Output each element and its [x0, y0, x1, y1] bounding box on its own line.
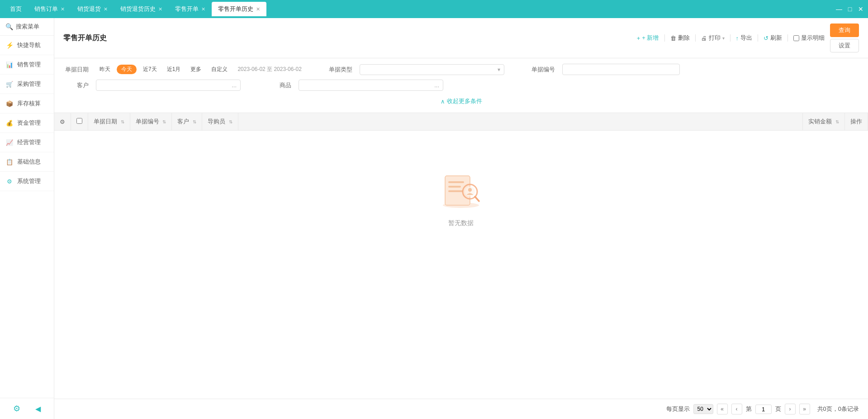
tab-sales-return[interactable]: 销货退货 ✕: [71, 2, 114, 16]
collapse-label: 收起更多条件: [447, 97, 482, 105]
tab-retail-open-history[interactable]: 零售开单历史 ✕: [212, 2, 266, 16]
ops-mgmt-icon: 📈: [5, 138, 14, 146]
sidebar-item-sales-mgmt[interactable]: 📊 销售管理: [0, 55, 54, 75]
sidebar-item-sys-mgmt[interactable]: ⚙ 系统管理: [0, 172, 54, 191]
select-all-checkbox[interactable]: [76, 118, 82, 124]
page-nav-last[interactable]: »: [799, 404, 810, 414]
sort-bill-date-icon: ⇅: [121, 119, 124, 124]
print-button[interactable]: 🖨 打印 ▾: [701, 34, 725, 42]
tab-sales-return-history[interactable]: 销货退货历史 ✕: [114, 2, 169, 16]
col-guide[interactable]: 导购员 ⇅: [202, 113, 238, 131]
page-unit: 页: [775, 405, 781, 413]
print-icon: 🖨: [701, 35, 707, 42]
divider5: [787, 34, 788, 42]
collapse-button[interactable]: ∧ 收起更多条件: [441, 97, 482, 105]
filter-row-1: 单据日期 昨天 今天 近7天 近1月 更多 自定义 2023-06-02 至 2…: [63, 64, 859, 75]
date-opt-custom[interactable]: 自定义: [208, 65, 231, 74]
settings-icon: ⚙: [60, 118, 65, 125]
sidebar-search-label: 搜索菜单: [16, 23, 39, 31]
close-tab-sales-return[interactable]: ✕: [104, 6, 108, 12]
divider3: [730, 34, 730, 42]
data-table: ⚙ 单据日期 ⇅ 单据编号 ⇅: [54, 113, 868, 264]
print-dropdown-icon: ▾: [722, 36, 725, 41]
date-opt-yesterday[interactable]: 昨天: [96, 65, 114, 74]
col-customer[interactable]: 客户 ⇅: [172, 113, 202, 131]
refresh-button[interactable]: ↺ 刷新: [764, 34, 782, 42]
date-opt-more[interactable]: 更多: [187, 65, 205, 74]
sidebar-item-quick-nav[interactable]: ⚡ 快捷导航: [0, 36, 54, 55]
tab-retail-open[interactable]: 零售开单 ✕: [169, 2, 212, 16]
date-opt-7days[interactable]: 近7天: [139, 65, 161, 74]
page-size-select[interactable]: 50: [693, 404, 713, 414]
bill-type-dropdown-icon: ▾: [498, 66, 500, 73]
show-detail-checkbox[interactable]: 显示明细: [793, 34, 825, 42]
filter-area: 单据日期 昨天 今天 近7天 近1月 更多 自定义 2023-06-02 至 2…: [54, 58, 868, 113]
maximize-btn[interactable]: □: [846, 5, 854, 13]
close-tab-retail-open-history[interactable]: ✕: [256, 6, 260, 12]
date-opt-today[interactable]: 今天: [117, 65, 137, 74]
sidebar-item-finance[interactable]: 💰 资金管理: [0, 113, 54, 133]
tab-home[interactable]: 首页: [4, 2, 28, 16]
finance-icon: 💰: [5, 119, 14, 127]
bill-type-select[interactable]: ▾: [360, 64, 504, 75]
sidebar-item-basic-info[interactable]: 📋 基础信息: [0, 152, 54, 172]
empty-state: 暂无数据: [54, 131, 868, 264]
customer-input[interactable]: ...: [96, 80, 241, 91]
sidebar: 🔍 搜索菜单 ⚡ 快捷导航 📊 销售管理 🛒 采购管理 📦 库存核算 💰 资金管…: [0, 18, 54, 419]
inventory-icon: 📦: [5, 99, 14, 108]
sidebar-item-inventory[interactable]: 📦 库存核算: [0, 94, 54, 113]
bill-no-input[interactable]: [562, 64, 680, 75]
date-opt-1month[interactable]: 近1月: [163, 65, 185, 74]
goods-dots: ...: [434, 82, 439, 89]
empty-text: 暂无数据: [448, 219, 474, 227]
divider1: [664, 34, 665, 42]
query-button[interactable]: 查询: [830, 24, 859, 37]
close-tab-retail-open[interactable]: ✕: [201, 6, 205, 12]
goods-input[interactable]: ...: [299, 80, 443, 91]
action-buttons: 查询 设置: [830, 24, 859, 52]
goods-label: 商品: [266, 81, 291, 89]
settings-button[interactable]: 设置: [830, 39, 859, 52]
page-nav-next[interactable]: ›: [785, 404, 796, 414]
sidebar-item-purchase-mgmt[interactable]: 🛒 采购管理: [0, 75, 54, 94]
current-page-input[interactable]: [755, 405, 772, 414]
sidebar-search[interactable]: 🔍 搜索菜单: [0, 18, 54, 36]
add-button[interactable]: + + 新增: [637, 34, 659, 42]
svg-rect-2: [448, 181, 464, 183]
delete-button[interactable]: 🗑 删除: [670, 34, 690, 42]
page-header: 零售开单历史 + + 新增 🗑 删除 🖨 打印 ▾: [54, 18, 868, 58]
sales-mgmt-icon: 📊: [5, 61, 14, 69]
export-button[interactable]: ↑ 导出: [736, 34, 753, 42]
content-area: 零售开单历史 + + 新增 🗑 删除 🖨 打印 ▾: [54, 18, 868, 419]
sidebar-item-label: 基础信息: [17, 158, 41, 166]
table-container: ⚙ 单据日期 ⇅ 单据编号 ⇅: [54, 113, 868, 399]
refresh-icon: ↺: [764, 35, 768, 42]
sidebar-item-ops-mgmt[interactable]: 📈 经营管理: [0, 133, 54, 152]
col-bill-date[interactable]: 单据日期 ⇅: [88, 113, 130, 131]
col-bill-no[interactable]: 单据编号 ⇅: [130, 113, 172, 131]
tab-sales-order[interactable]: 销售订单 ✕: [28, 2, 71, 16]
show-detail-input[interactable]: [793, 35, 799, 41]
svg-rect-4: [448, 190, 463, 192]
sidebar-bottom: ⚙ ◀: [0, 398, 54, 419]
sidebar-item-label: 库存核算: [17, 99, 41, 108]
empty-row: 暂无数据: [54, 131, 868, 264]
svg-point-8: [468, 188, 472, 192]
page-nav-prev[interactable]: ‹: [731, 404, 742, 414]
close-btn[interactable]: ✕: [857, 5, 864, 13]
col-checkbox[interactable]: [71, 113, 88, 131]
col-amount[interactable]: 实销金额 ⇅: [803, 113, 845, 131]
page-nav-first[interactable]: «: [717, 404, 728, 414]
sys-mgmt-icon: ⚙: [5, 177, 14, 185]
purchase-mgmt-icon: 🛒: [5, 80, 14, 88]
bill-type-label: 单据类型: [327, 66, 352, 74]
close-tab-sales-order[interactable]: ✕: [61, 6, 65, 12]
sidebar-item-label: 经营管理: [17, 138, 41, 146]
col-settings[interactable]: ⚙: [54, 113, 71, 131]
sidebar-collapse-icon[interactable]: ◀: [35, 405, 41, 413]
minimize-btn[interactable]: —: [835, 5, 843, 13]
customer-dots: ...: [232, 82, 237, 89]
sort-customer-icon: ⇅: [193, 119, 196, 124]
sidebar-settings-icon[interactable]: ⚙: [13, 404, 20, 414]
close-tab-sales-return-history[interactable]: ✕: [158, 6, 162, 12]
